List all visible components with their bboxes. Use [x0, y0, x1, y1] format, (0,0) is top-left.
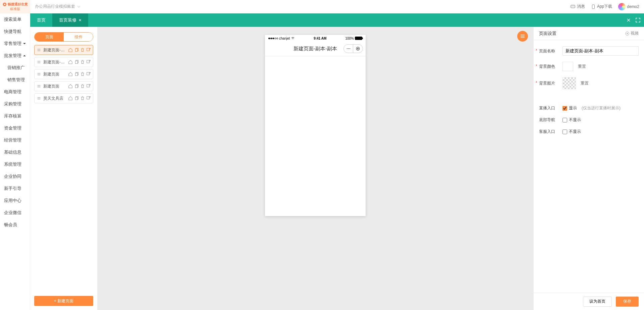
copy-icon[interactable]: [74, 96, 79, 101]
tab[interactable]: 首页: [30, 13, 52, 27]
phone-body[interactable]: [265, 56, 366, 216]
logo-brand-text: 畅捷通好生意: [8, 2, 28, 7]
nav-item[interactable]: 系统管理: [0, 158, 30, 170]
capsule-close-icon[interactable]: [353, 45, 363, 53]
live-show-text: 显示: [569, 105, 577, 111]
canvas-menu-fab[interactable]: [517, 31, 528, 42]
nav-item[interactable]: 经营管理: [0, 134, 30, 146]
nav-item[interactable]: 搜索菜单: [0, 13, 30, 25]
nav-label: 畅会员: [4, 222, 17, 228]
live-entry-checkbox[interactable]: 显示: [562, 105, 577, 111]
avatar: [618, 3, 626, 10]
drag-handle-icon[interactable]: [37, 60, 41, 64]
open-link-icon[interactable]: [86, 48, 91, 52]
copy-icon[interactable]: [74, 48, 79, 52]
nav-label: 应用中心: [4, 198, 21, 204]
copy-icon[interactable]: [74, 60, 79, 64]
delete-icon[interactable]: [80, 72, 85, 76]
nav-label: 批发管理: [4, 53, 21, 59]
nav-item[interactable]: 快捷导航: [0, 25, 30, 38]
set-home-icon[interactable]: [68, 72, 73, 76]
page-name: 新建页面-副本: [43, 59, 66, 65]
open-link-icon[interactable]: [86, 96, 91, 101]
bg-image-reset[interactable]: 重置: [581, 81, 589, 86]
nav-label: 基础信息: [4, 149, 21, 155]
battery-percent: 100%: [345, 37, 354, 40]
nav-label: 电商管理: [4, 89, 21, 95]
page-list-item[interactable]: 新建页面: [34, 81, 93, 91]
messages-label: 消息: [577, 4, 585, 9]
drag-handle-icon[interactable]: [37, 48, 41, 52]
nav-item[interactable]: 库存核算: [0, 110, 30, 122]
drag-handle-icon[interactable]: [37, 84, 41, 89]
nav-item[interactable]: 企业协同: [0, 170, 30, 183]
bottom-nav-label: 底部导航: [539, 117, 558, 123]
nav-item[interactable]: 零售管理: [0, 38, 30, 50]
nav-item[interactable]: 企业微信: [0, 207, 30, 219]
wifi-icon: [291, 37, 295, 40]
segment-components[interactable]: 组件: [64, 33, 93, 41]
nav-item[interactable]: 基础信息: [0, 146, 30, 158]
nav-item[interactable]: 新手引导: [0, 183, 30, 195]
sidebar: 畅捷通好生意 标准版 搜索菜单快捷导航零售管理批发管理营销推广销售管理电商管理采…: [0, 0, 30, 310]
tab-label: 首页装修: [59, 17, 76, 23]
page-list-item[interactable]: 昊天文具店: [34, 93, 93, 103]
open-link-icon[interactable]: [86, 72, 91, 76]
app-download-link[interactable]: App下载: [591, 4, 612, 9]
delete-icon[interactable]: [80, 96, 85, 101]
page-title: 新建页面-副本-副本: [293, 46, 337, 52]
drag-handle-icon[interactable]: [37, 72, 41, 76]
chevron-down-icon: [77, 5, 80, 8]
set-home-icon[interactable]: [68, 96, 73, 101]
new-page-button[interactable]: + 新建页面: [34, 296, 93, 306]
bottom-nav-checkbox[interactable]: 不显示: [562, 117, 581, 123]
tab[interactable]: 首页装修✕: [52, 13, 88, 27]
bg-color-swatch[interactable]: [562, 62, 573, 71]
bg-image-picker[interactable]: [562, 77, 576, 89]
svg-rect-8: [75, 73, 78, 76]
account-selector[interactable]: 办公用品行业模拟账套: [35, 4, 570, 9]
nav-item[interactable]: 采购管理: [0, 98, 30, 110]
page-item-actions: [68, 72, 91, 76]
battery-icon: [355, 37, 362, 40]
page-name-input[interactable]: [562, 46, 639, 56]
nav-item[interactable]: 营销推广: [0, 62, 30, 74]
fullscreen-toggle[interactable]: [635, 17, 641, 23]
bg-color-reset[interactable]: 重置: [578, 64, 586, 69]
drag-handle-icon[interactable]: [37, 96, 41, 101]
nav-item[interactable]: 批发管理: [0, 50, 30, 62]
phone-icon: [591, 4, 596, 9]
delete-icon[interactable]: [80, 48, 85, 52]
user-menu[interactable]: demo2: [618, 3, 639, 10]
delete-icon[interactable]: [80, 84, 85, 89]
svg-rect-10: [75, 85, 78, 88]
set-home-button[interactable]: 设为首页: [583, 297, 612, 307]
nav-item[interactable]: 资金管理: [0, 122, 30, 134]
tab-close-icon[interactable]: ✕: [78, 18, 82, 22]
messages-link[interactable]: 消息: [570, 4, 585, 9]
capsule-menu-icon[interactable]: [344, 45, 353, 53]
set-home-icon[interactable]: [68, 60, 73, 64]
copy-icon[interactable]: [74, 72, 79, 76]
save-button[interactable]: 保存: [616, 297, 639, 307]
segment-pages[interactable]: 页面: [35, 33, 64, 41]
close-all-tabs[interactable]: [626, 17, 631, 23]
copy-icon[interactable]: [74, 84, 79, 89]
nav-item[interactable]: 畅会员: [0, 219, 30, 231]
page-list-item[interactable]: 新建页面-副本: [34, 57, 93, 67]
open-link-icon[interactable]: [86, 84, 91, 89]
svg-point-14: [347, 48, 347, 49]
delete-icon[interactable]: [80, 60, 85, 64]
page-list-item[interactable]: 新建页面: [34, 69, 93, 79]
set-home-icon[interactable]: [68, 84, 73, 89]
open-link-icon[interactable]: [86, 60, 91, 64]
set-home-icon[interactable]: [68, 48, 73, 52]
video-help-link[interactable]: 视频: [625, 31, 639, 36]
chevron-up-icon: [23, 55, 26, 56]
download-label: App下载: [597, 4, 612, 9]
cs-entry-checkbox[interactable]: 不显示: [562, 129, 581, 135]
nav-item[interactable]: 电商管理: [0, 86, 30, 98]
nav-item[interactable]: 销售管理: [0, 74, 30, 86]
page-list-item[interactable]: 新建页面-副本...: [34, 45, 93, 55]
nav-item[interactable]: 应用中心: [0, 195, 30, 207]
